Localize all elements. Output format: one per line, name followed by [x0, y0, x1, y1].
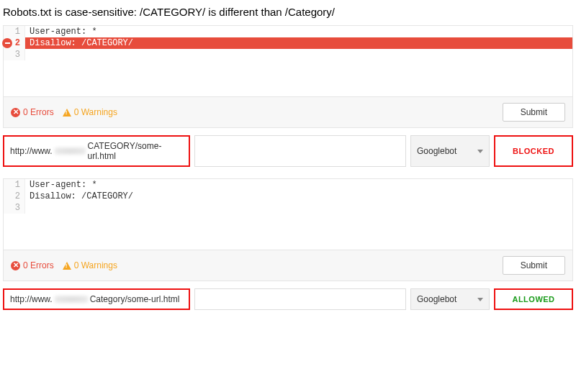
submit-button-2[interactable]: Submit: [503, 256, 565, 275]
test-row-1: http://www. CATEGORY/some-url.html Googl…: [3, 135, 573, 167]
submit-button-1[interactable]: Submit: [503, 103, 565, 122]
error-icon: ✕: [11, 108, 20, 117]
warnings-indicator: 0 Warnings: [63, 260, 117, 270]
editor-line: 2Disallow: /CATEGORY/: [4, 37, 572, 49]
errors-indicator: ✕ 0 Errors: [11, 260, 54, 270]
robots-panel-1: 1User-agent: *2Disallow: /CATEGORY/3 ✕ 0…: [3, 25, 573, 128]
test-row-2: http://www. Category/some-url.html Googl…: [3, 288, 573, 310]
errors-text: 0 Errors: [23, 107, 54, 117]
status-bar-1: ✕ 0 Errors 0 Warnings Submit: [4, 96, 572, 127]
url-prefix: http://www.: [10, 294, 53, 304]
errors-indicator: ✕ 0 Errors: [11, 107, 54, 117]
error-icon: ✕: [11, 261, 20, 270]
editor-line: 1User-agent: *: [4, 179, 572, 191]
url-extra-field-2[interactable]: [194, 288, 406, 310]
status-bar-2: ✕ 0 Errors 0 Warnings Submit: [4, 250, 572, 281]
robots-panel-2: 1User-agent: *2Disallow: /CATEGORY/3 ✕ 0…: [3, 178, 573, 281]
errors-text: 0 Errors: [23, 260, 54, 270]
line-number: 1: [4, 26, 25, 37]
url-input-2[interactable]: http://www. Category/some-url.html: [3, 288, 190, 310]
url-extra-field-1[interactable]: [194, 135, 406, 167]
warnings-text: 0 Warnings: [74, 107, 117, 117]
line-text: [25, 202, 572, 214]
line-number: 3: [4, 202, 25, 214]
warnings-text: 0 Warnings: [74, 260, 117, 270]
editor-line: 3: [4, 202, 572, 214]
editor-line: 2Disallow: /CATEGORY/: [4, 191, 572, 202]
warning-icon: [63, 262, 71, 270]
url-suffix: CATEGORY/some-url.html: [88, 141, 183, 161]
line-number: 2: [4, 191, 25, 202]
stop-icon: [2, 38, 12, 48]
line-number: 3: [4, 49, 25, 60]
url-prefix: http://www.: [10, 146, 53, 156]
bot-label: Googlebot: [417, 146, 456, 156]
url-input-1[interactable]: http://www. CATEGORY/some-url.html: [3, 135, 190, 167]
line-text: [25, 49, 572, 60]
chevron-down-icon: [477, 298, 483, 301]
line-text: Disallow: /CATEGORY/: [25, 191, 572, 202]
bot-select-2[interactable]: Googlebot: [410, 288, 490, 310]
line-text: Disallow: /CATEGORY/: [25, 37, 572, 49]
result-box-1: BLOCKED: [494, 135, 573, 167]
warning-icon: [63, 109, 71, 117]
bot-select-1[interactable]: Googlebot: [410, 135, 490, 167]
line-text: User-agent: *: [25, 179, 572, 191]
result-box-2: ALLOWED: [494, 288, 573, 310]
editor-line: 1User-agent: *: [4, 26, 572, 37]
editor-line: 3: [4, 49, 572, 60]
robots-editor-2[interactable]: 1User-agent: *2Disallow: /CATEGORY/3: [4, 179, 572, 250]
chevron-down-icon: [477, 150, 483, 153]
warnings-indicator: 0 Warnings: [63, 107, 117, 117]
url-suffix: Category/some-url.html: [90, 294, 180, 304]
bot-label: Googlebot: [417, 294, 456, 304]
line-number: 2: [4, 37, 25, 49]
url-blur: [55, 296, 88, 303]
url-blur: [55, 147, 86, 155]
robots-editor-1[interactable]: 1User-agent: *2Disallow: /CATEGORY/3: [4, 26, 572, 96]
line-number: 1: [4, 179, 25, 191]
page-title: Robots.txt is case-sensitive: /CATEGORY/…: [0, 0, 576, 25]
line-text: User-agent: *: [25, 26, 572, 37]
